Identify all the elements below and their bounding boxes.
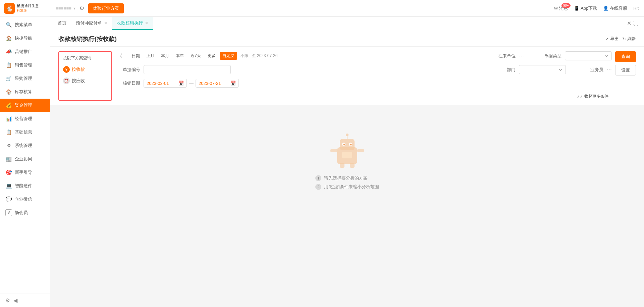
quick-icon: 🏠 — [5, 35, 12, 42]
online-service-btn[interactable]: 👤 在线客服 — [603, 5, 627, 11]
chevron-down-icon[interactable]: ▾ — [73, 6, 75, 11]
sidebar-label-purchase: 采购管理 — [15, 75, 32, 82]
sidebar-item-system[interactable]: ⚙ 系统管理 — [0, 139, 50, 152]
export-btn[interactable]: ↗ 导出 — [605, 36, 619, 42]
gear-icon[interactable]: ⚙ — [79, 5, 84, 11]
sidebar-item-business[interactable]: 📊 经营管理 — [0, 112, 50, 125]
brand-text: ■■■■■■ — [56, 6, 71, 11]
filter-sidebar-title: 按以下方案查询 — [59, 55, 111, 64]
close-tab-btn[interactable]: ✕ — [627, 20, 631, 27]
doc-type-label: 单据类型 — [544, 53, 561, 59]
sidebar-item-member[interactable]: V 畅会员 — [0, 206, 50, 219]
date-btn-custom[interactable]: 自定义 — [220, 52, 237, 60]
filter-option-by-receipt[interactable]: ¥ 按收款 — [59, 64, 111, 75]
date-btn-more[interactable]: 更多 — [205, 52, 218, 60]
user-display[interactable]: Rit — [633, 6, 639, 11]
receivable-option-icon: ⏰ — [63, 78, 70, 84]
svg-rect-10 — [330, 149, 337, 152]
dept-select[interactable] — [519, 65, 566, 74]
tab-receipt[interactable]: 收款核销执行 ✕ — [112, 17, 153, 30]
sidebar-item-inventory[interactable]: 🏠 库存核算 — [0, 85, 50, 99]
basic-icon: 📋 — [5, 129, 12, 136]
collapse-more-row: ∧∧ 收起更多条件 — [123, 92, 612, 101]
collapse-more-btn[interactable]: ∧∧ 收起更多条件 — [574, 92, 612, 101]
verify-date-start-input[interactable] — [147, 81, 177, 86]
chevron-up-icon: ∧∧ — [577, 94, 583, 99]
verify-date-end-input[interactable] — [199, 81, 229, 86]
refresh-label: 刷新 — [627, 36, 636, 42]
filter-row-2: 单据编号 部门 业务员 ··· — [123, 65, 612, 74]
filter-option-by-receivable[interactable]: ⏰ 按应收 — [59, 75, 111, 87]
date-btn-last-month[interactable]: 上月 — [144, 52, 157, 60]
sidebar-item-search[interactable]: 🔍 搜索菜单 — [0, 18, 50, 32]
maximize-tab-btn[interactable]: ⛶ — [633, 20, 639, 27]
calendar-start-icon[interactable]: 📅 — [178, 81, 184, 86]
receipt-option-icon: ¥ — [63, 66, 70, 73]
sidebar-item-finance[interactable]: 💰 资金管理 — [0, 99, 50, 112]
sidebar-item-marketing[interactable]: 📣 营销推广 — [0, 45, 50, 58]
date-to-text: 至 2023-07-26 — [252, 53, 278, 59]
message-btn[interactable]: ✉ 消息 99+ — [554, 5, 568, 11]
hardware-icon: 💻 — [5, 183, 12, 189]
tab-receipt-close[interactable]: ✕ — [145, 21, 148, 25]
sidebar-item-enterprise[interactable]: 🏢 企业协同 — [0, 152, 50, 166]
app-download-btn[interactable]: 📱 App下载 — [574, 5, 597, 11]
doc-no-input[interactable] — [144, 65, 231, 74]
sidebar-label-guide: 新手引导 — [15, 169, 32, 175]
verify-date-start-wrap: 📅 — [144, 79, 187, 88]
sidebar-item-purchase[interactable]: 🛒 采购管理 — [0, 72, 50, 85]
svg-rect-9 — [350, 163, 355, 168]
tab-prepay-close[interactable]: ✕ — [104, 21, 107, 25]
sidebar-item-hardware[interactable]: 💻 智能硬件 — [0, 179, 50, 193]
sidebar-label-inventory: 库存核算 — [15, 89, 32, 95]
collapse-icon[interactable]: ◀ — [13, 297, 17, 304]
message-badge: 99+ — [561, 3, 571, 8]
dept-label: 部门 — [498, 67, 516, 73]
svg-rect-12 — [342, 152, 352, 158]
sidebar-label-member: 畅会员 — [15, 210, 28, 216]
tabbar: 首页 预付冲应付单 ✕ 收款核销执行 ✕ ✕ ⛶ — [50, 17, 644, 30]
logo-line1: 畅捷通好生意 — [17, 3, 39, 8]
date-btn-this-month[interactable]: 本月 — [158, 52, 172, 60]
sidebar-item-guide[interactable]: 🎯 新手引导 — [0, 166, 50, 179]
date-btn-7days[interactable]: 近7天 — [188, 52, 204, 60]
purchase-icon: 🛒 — [5, 75, 12, 82]
sales-icon: 📋 — [5, 62, 12, 68]
industry-btn[interactable]: 休验行业方案 — [88, 3, 124, 13]
verify-date-range: 📅 — 📅 — [144, 79, 239, 88]
filter-collapse-btn[interactable]: 《 — [117, 53, 123, 60]
tab-prepay[interactable]: 预付冲应付单 ✕ — [71, 17, 112, 30]
filter-main: 日期 上月 本月 本年 近7天 更多 自定义 不限 至 2023-07-26 往… — [123, 51, 612, 101]
query-btn[interactable]: 查询 — [615, 51, 636, 62]
empty-hint-1: 1 请先选择要分析的方案 — [315, 175, 379, 181]
set-btn[interactable]: 设置 — [615, 65, 636, 75]
settings-icon[interactable]: ⚙ — [5, 297, 10, 304]
partner-dots[interactable]: ··· — [519, 52, 524, 59]
sidebar-item-wechat[interactable]: 💬 企业微信 — [0, 193, 50, 206]
staff-dots[interactable]: ··· — [607, 66, 612, 73]
staff-label: 业务员 — [586, 67, 603, 73]
svg-point-5 — [350, 144, 352, 146]
svg-point-7 — [346, 134, 348, 136]
date-btns: 上月 本月 本年 近7天 更多 自定义 — [144, 52, 237, 60]
inventory-icon: 🏠 — [5, 89, 12, 95]
sidebar-item-basic[interactable]: 📋 基础信息 — [0, 125, 50, 139]
tab-home[interactable]: 首页 — [53, 17, 71, 30]
sidebar-item-quick[interactable]: 🏠 快捷导航 — [0, 32, 50, 45]
sidebar-item-sales[interactable]: 📋 销售管理 — [0, 58, 50, 72]
sidebar-label-sales: 销售管理 — [15, 62, 32, 68]
sidebar-label-wechat: 企业微信 — [15, 196, 32, 202]
topbar-brand: ■■■■■■ ▾ — [56, 6, 75, 11]
tab-receipt-label: 收款核销执行 — [117, 20, 143, 26]
date-btn-this-year[interactable]: 本年 — [173, 52, 186, 60]
calendar-end-icon[interactable]: 📅 — [230, 81, 236, 86]
refresh-icon: ↻ — [622, 37, 626, 42]
refresh-btn[interactable]: ↻ 刷新 — [622, 36, 636, 42]
date-no-limit: 不限 — [240, 53, 249, 59]
empty-illustration — [327, 132, 367, 169]
filter-sidebar: 按以下方案查询 ¥ 按收款 ⏰ 按应收 — [58, 51, 112, 101]
doc-type-select[interactable] — [565, 51, 612, 60]
collapse-more-label: 收起更多条件 — [584, 94, 608, 99]
empty-state: 1 请先选择要分析的方案 2 用[过滤]条件来缩小分析范围 — [50, 105, 644, 203]
filter-area: 按以下方案查询 ¥ 按收款 ⏰ 按应收 《 日期 上月 — [50, 47, 644, 105]
